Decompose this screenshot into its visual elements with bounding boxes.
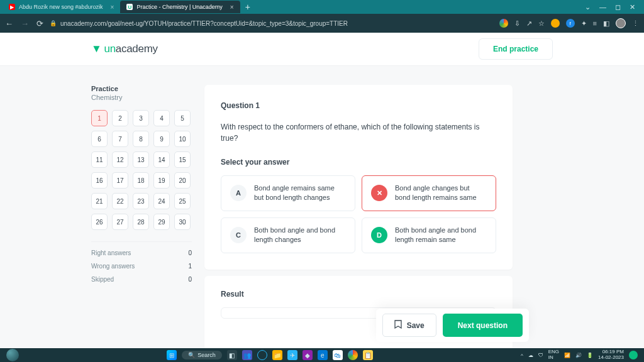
question-cell-18[interactable]: 18 [133,172,149,189]
question-cell-27[interactable]: 27 [112,214,128,230]
stat-label: Wrong answers [91,263,135,270]
question-cell-19[interactable]: 19 [153,172,170,189]
bookmark-icon [394,320,402,331]
explorer-icon[interactable]: 📁 [272,350,282,360]
back-icon[interactable]: ← [5,19,13,28]
select-answer-label: Select your answer [221,158,496,167]
ext-icon[interactable] [551,19,560,28]
question-cell-13[interactable]: 13 [133,151,149,168]
question-cell-15[interactable]: 15 [174,151,191,168]
question-cell-12[interactable]: 12 [112,151,128,168]
question-cell-26[interactable]: 26 [91,214,108,230]
reading-list-icon[interactable]: ≡ [593,19,597,27]
question-card: Question 1 With respect to the conformer… [204,85,513,270]
store-icon[interactable]: 🛍 [333,350,343,360]
question-cell-28[interactable]: 28 [133,214,149,230]
question-cell-17[interactable]: 17 [112,172,128,189]
question-cell-22[interactable]: 22 [112,193,128,209]
edge-icon[interactable]: e [318,350,328,360]
filo-icon[interactable]: f [566,19,575,28]
question-cell-25[interactable]: 25 [174,193,191,209]
end-practice-button[interactable]: End practice [479,38,553,60]
wrong-icon: ✕ [371,185,387,201]
question-cell-9[interactable]: 9 [153,131,170,147]
question-cell-8[interactable]: 8 [133,131,149,147]
question-cell-4[interactable]: 4 [153,110,170,126]
security-icon[interactable]: 🛡 [538,353,543,358]
extensions-icon[interactable]: ✦ [581,19,587,28]
question-cell-23[interactable]: 23 [133,193,149,209]
option-a[interactable]: A Bond angle remains same but bond lengt… [221,175,355,211]
practice-title: Practice [91,85,192,92]
question-cell-24[interactable]: 24 [153,193,170,209]
weather-icon[interactable] [6,349,19,361]
stat-skipped: Skipped 0 [91,276,192,283]
taskbar-center: ⊞ 🔍 Search ◧ 👥 📁 ✈ ◆ e 🛍 📋 [19,350,521,360]
question-cell-2[interactable]: 2 [112,110,128,126]
star-icon[interactable]: ☆ [538,19,545,28]
notif-icon[interactable] [629,351,638,359]
unacademy-logo[interactable]: ▼ unacademy [91,43,158,55]
practice-subject: Chemistry [91,94,192,101]
stat-value: 1 [188,263,192,270]
option-b[interactable]: ✕ Bond angle changes but bond length rem… [362,175,496,211]
option-text: Both bond angle and bond length changes [254,226,346,245]
close-icon[interactable]: × [230,4,234,11]
forward-icon[interactable]: → [21,19,29,28]
option-c[interactable]: C Both bond angle and bond length change… [221,217,355,253]
app-icon-2[interactable]: 📋 [363,350,373,360]
question-cell-29[interactable]: 29 [153,214,170,230]
teams-icon[interactable]: 👥 [242,350,252,360]
next-question-button[interactable]: Next question [443,314,523,337]
question-cell-20[interactable]: 20 [174,172,191,189]
question-cell-10[interactable]: 10 [174,131,191,147]
question-cell-16[interactable]: 16 [91,172,108,189]
start-icon[interactable]: ⊞ [167,350,177,360]
clock[interactable]: 06:19 PM 14-02-2023 [598,349,624,361]
share-icon[interactable]: ↗ [526,19,532,28]
question-cell-21[interactable]: 21 [91,193,108,209]
onedrive-icon[interactable]: ☁ [528,353,533,358]
question-cell-30[interactable]: 30 [174,214,191,230]
stat-wrong: Wrong answers 1 [91,263,192,270]
tab-youtube[interactable]: ▶ Abdu Rozik new song #abdurozik × [3,1,120,13]
question-cell-1[interactable]: 1 [91,110,108,126]
side-panel-icon[interactable]: ◧ [603,19,609,28]
option-d[interactable]: D Both bond angle and bond length remain… [362,217,496,253]
menu-icon[interactable]: ⋮ [632,19,639,28]
close-icon[interactable]: ✕ [630,3,635,11]
url-text: unacademy.com/goal/neet-ug/YOTUH/practic… [60,20,348,27]
page: ▼ unacademy End practice Practice Chemis… [0,33,644,348]
wifi-icon[interactable]: 📶 [564,353,570,358]
google-icon[interactable] [499,19,508,28]
cortana-icon[interactable] [257,350,267,360]
taskbar-search[interactable]: 🔍 Search [182,351,222,359]
app-icon[interactable]: ◆ [303,350,313,360]
window-controls: ⌄ — ◻ ✕ [585,3,641,11]
telegram-icon[interactable]: ✈ [287,350,297,360]
install-icon[interactable]: ⇩ [514,19,520,28]
save-button[interactable]: Save [382,314,436,337]
maximize-icon[interactable]: ◻ [615,3,621,11]
volume-icon[interactable]: 🔊 [575,353,582,358]
url-field[interactable]: 🔒 unacademy.com/goal/neet-ug/YOTUH/pract… [50,20,493,27]
chevron-down-icon[interactable]: ⌄ [585,3,591,11]
question-cell-3[interactable]: 3 [133,110,149,126]
chrome-icon[interactable] [348,350,358,360]
tray-chevron-icon[interactable]: ^ [521,353,523,358]
question-cell-7[interactable]: 7 [112,131,128,147]
task-view-icon[interactable]: ◧ [227,350,237,360]
battery-icon[interactable]: 🔋 [587,353,593,358]
reload-icon[interactable]: ⟳ [36,19,43,28]
logo-mark-icon: ▼ [91,43,102,55]
language-indicator[interactable]: ENGIN [548,349,559,361]
question-cell-14[interactable]: 14 [153,151,170,168]
tab-unacademy[interactable]: U Practice - Chemistry | Unacademy × [120,1,240,13]
question-cell-6[interactable]: 6 [91,131,108,147]
question-cell-11[interactable]: 11 [91,151,108,168]
profile-avatar[interactable] [616,18,626,28]
new-tab-button[interactable]: + [240,2,255,12]
minimize-icon[interactable]: — [599,3,606,11]
close-icon[interactable]: × [111,4,114,11]
question-cell-5[interactable]: 5 [174,110,191,126]
